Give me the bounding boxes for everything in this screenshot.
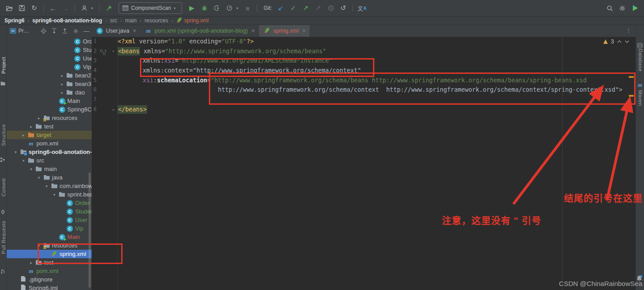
chevron-down-icon[interactable]: ▾ xyxy=(12,150,19,154)
tree-item-target[interactable]: ▸target xyxy=(6,131,92,139)
run-more-caret-icon[interactable]: ▾ xyxy=(236,6,241,10)
tree-item-spring6-oo8-anotation-blog[interactable]: ▾spring6-oo8-anotation-blog xyxy=(6,148,92,156)
tree-item-sprint-bean[interactable]: ▾sprint.bean xyxy=(6,190,92,199)
chevron-right-icon[interactable]: ▸ xyxy=(59,90,66,95)
collapse-all-icon[interactable] xyxy=(61,27,68,34)
tab-pom-xml-spring6-oo8-anotation-blog[interactable]: mpom.xml (spring6-oo8-anotation-blog)× xyxy=(140,25,259,37)
tree-item-java[interactable]: ▾java xyxy=(6,173,92,182)
project-scrollbar[interactable] xyxy=(89,172,91,288)
translate-icon[interactable]: 文A xyxy=(356,3,368,13)
chevron-down-icon[interactable]: ▾ xyxy=(51,192,58,197)
tree-item-pom-xml[interactable]: mpom.xml xyxy=(6,267,92,275)
panel-options-gear-icon[interactable] xyxy=(72,27,79,34)
tree-item-com-rainbowsea[interactable]: ▾com.rainbowsea xyxy=(6,182,92,190)
breadcrumb-item-main[interactable]: main xyxy=(125,17,137,24)
close-icon[interactable]: × xyxy=(302,27,306,34)
tool-stripe-pull-requests[interactable]: Pull Requests xyxy=(0,221,6,254)
breadcrumb-item-spring-xml[interactable]: spring.xml xyxy=(176,17,209,24)
tree-item-test[interactable]: ▸test xyxy=(6,122,92,131)
run-config-select[interactable]: ComponentScan ▾ xyxy=(119,2,182,14)
editor-body[interactable]: 12▾345678▴ <?xml version="1.0" encoding=… xyxy=(92,37,636,290)
tree-item-test[interactable]: ▸test xyxy=(6,258,92,267)
tool-stripe-maven[interactable]: Maven xyxy=(637,90,643,106)
chevron-right-icon[interactable]: ▸ xyxy=(28,124,35,129)
breadcrumb-item-src[interactable]: src xyxy=(110,17,117,24)
tab-options-icon[interactable]: ⋮ xyxy=(626,27,631,34)
build-hammer-icon[interactable] xyxy=(103,3,114,13)
tree-item-resources[interactable]: ▸resources xyxy=(6,114,92,122)
search-icon[interactable] xyxy=(604,3,615,13)
tree-item-main[interactable]: CMain xyxy=(6,97,92,105)
tree-item-bean2[interactable]: ▸bean2 xyxy=(6,71,92,80)
project-view-select[interactable]: Pr… xyxy=(10,28,36,34)
chevron-down-icon[interactable]: ▾ xyxy=(35,243,42,248)
tree-item-user[interactable]: CUser xyxy=(6,54,92,63)
stop-icon[interactable]: ■ xyxy=(242,3,253,13)
open-folder-icon[interactable] xyxy=(4,3,15,13)
git-push-icon[interactable]: ↗ xyxy=(300,3,311,13)
close-icon[interactable]: × xyxy=(133,27,136,34)
code-area[interactable]: <?xml version="1.0" encoding="UTF-8"?><b… xyxy=(118,37,636,290)
tree-item-pom-xml[interactable]: mpom.xml xyxy=(6,139,92,148)
tree-item-dao[interactable]: ▸dao xyxy=(6,88,92,97)
forward-icon[interactable]: → xyxy=(60,3,71,13)
tree-item-main[interactable]: ▾main xyxy=(6,165,92,173)
chevron-right-icon[interactable]: ▸ xyxy=(20,133,27,137)
settings-gear-icon[interactable] xyxy=(617,3,628,13)
locate-file-icon[interactable] xyxy=(40,27,47,34)
back-icon[interactable]: ← xyxy=(47,3,59,13)
tree-item-bean3[interactable]: ▸bean3 xyxy=(6,80,92,88)
chevron-down-icon[interactable]: ▾ xyxy=(20,158,27,163)
chevron-right-icon[interactable]: ▸ xyxy=(59,73,66,78)
sync-icon[interactable]: ↻ xyxy=(29,3,40,13)
tree-item-spring6-iml[interactable]: Spring6.iml xyxy=(6,284,92,290)
tree-item-spring-xml[interactable]: spring.xml xyxy=(6,250,92,258)
chevron-down-icon[interactable]: ▾ xyxy=(43,184,50,188)
tree-item-student[interactable]: CStudent xyxy=(6,207,92,216)
tree-item-order[interactable]: COrder xyxy=(6,199,92,207)
profiler-icon[interactable] xyxy=(224,3,235,13)
close-icon[interactable]: × xyxy=(251,27,255,34)
chevron-down-icon[interactable]: ▾ xyxy=(35,175,42,180)
chevron-right-icon[interactable]: ▸ xyxy=(35,116,42,120)
tree-item-order[interactable]: COrder xyxy=(6,37,92,46)
breadcrumb-item-spring6[interactable]: Spring6 xyxy=(4,17,25,24)
user-icon[interactable] xyxy=(79,3,90,13)
tree-item-vip[interactable]: CVip xyxy=(6,224,92,233)
tree-item-vip[interactable]: CVip xyxy=(6,63,92,71)
debug-icon[interactable] xyxy=(199,3,210,13)
coverage-icon[interactable] xyxy=(211,3,222,13)
tab-user-java[interactable]: CUser.java× xyxy=(92,25,140,37)
git-cherry-pick-icon[interactable]: ↗ xyxy=(313,3,324,13)
tree-item-user[interactable]: CUser xyxy=(6,216,92,224)
git-commit-icon[interactable]: ✓ xyxy=(288,3,299,13)
history-clock-icon[interactable] xyxy=(325,3,336,13)
fold-marker-icon[interactable]: ▾ xyxy=(112,47,114,56)
breadcrumb-item-spring6-oo8-anotation-blog[interactable]: spring6-oo8-anotation-blog xyxy=(32,17,102,24)
plugin-colorful-icon[interactable] xyxy=(629,3,640,13)
chevron-right-icon[interactable]: ▸ xyxy=(28,260,35,265)
notifications-bell-icon[interactable] xyxy=(636,275,643,284)
inspection-widget[interactable]: 3 xyxy=(603,38,629,45)
chevron-down-icon[interactable]: ▾ xyxy=(28,167,35,171)
chevron-right-icon[interactable]: ▸ xyxy=(59,82,66,86)
tool-stripe-structure[interactable]: Structure xyxy=(0,124,6,146)
tool-stripe-database[interactable]: Database xyxy=(637,49,643,72)
tool-stripe-project[interactable]: Project xyxy=(0,57,6,74)
user-dropdown-caret-icon[interactable]: ▾ xyxy=(91,6,96,10)
fold-marker-icon[interactable]: ▴ xyxy=(112,105,114,115)
tree-item-student[interactable]: CStudent xyxy=(6,46,92,54)
tree-item-spring6config[interactable]: CSpring6Config xyxy=(6,105,92,114)
save-icon[interactable] xyxy=(16,3,27,13)
breadcrumb-item-resources[interactable]: resources xyxy=(144,17,168,24)
hide-panel-icon[interactable]: — xyxy=(83,27,90,34)
git-update-icon[interactable]: ↙ xyxy=(275,3,286,13)
run-icon[interactable]: ▶ xyxy=(186,3,197,13)
expand-all-icon[interactable] xyxy=(51,27,58,34)
tree-item-resources[interactable]: ▾resources xyxy=(6,241,92,250)
tab-spring-xml[interactable]: spring.xml× xyxy=(259,25,310,37)
tree-item-gitignore[interactable]: .gitignore xyxy=(6,275,92,284)
prev-warning-icon[interactable] xyxy=(617,40,622,43)
next-warning-icon[interactable] xyxy=(625,40,629,43)
tool-stripe-commit[interactable]: Commit xyxy=(0,178,6,196)
